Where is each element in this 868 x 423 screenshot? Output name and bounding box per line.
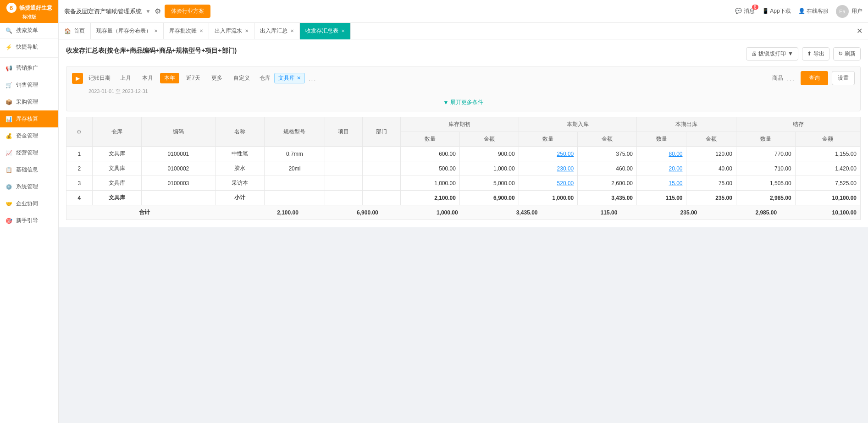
date-range-row: 2023-01-01 至 2023-12-31 bbox=[88, 87, 855, 95]
tab-stock-dist-close[interactable]: ✕ bbox=[154, 28, 158, 33]
cell-dept bbox=[363, 176, 401, 191]
basic-label: 基础信息 bbox=[16, 166, 38, 174]
cell-code: 0100002 bbox=[141, 161, 216, 176]
th-opening-qty: 数量 bbox=[401, 132, 460, 147]
cell-out-qty[interactable]: 15.00 bbox=[637, 176, 686, 191]
avatar: Ea bbox=[836, 5, 849, 18]
header-gear-icon[interactable]: ⚙ bbox=[155, 7, 161, 16]
sidebar-item-marketing[interactable]: 📢 营销推广 bbox=[0, 60, 58, 77]
cell-spec: 20ml bbox=[265, 161, 325, 176]
cell-in-qty-link[interactable]: 520.00 bbox=[557, 180, 574, 187]
th-opening-amt: 金额 bbox=[459, 132, 519, 147]
date-filter-label: 记账日期 bbox=[88, 74, 111, 82]
export-btn[interactable]: ⬆ 导出 bbox=[802, 47, 829, 60]
quick-nav-icon: ⚡ bbox=[6, 44, 12, 50]
warehouse-tag[interactable]: 文具库 ✕ bbox=[274, 73, 305, 83]
app-logo: 6 畅捷通好生意 标准版 bbox=[0, 0, 58, 23]
app-subtitle: 标准版 bbox=[22, 14, 36, 20]
messages-btn[interactable]: 💬 6 消息 bbox=[735, 7, 754, 15]
date-more-btn[interactable]: 更多 bbox=[207, 73, 227, 83]
sidebar: 6 畅捷通好生意 标准版 🔍 搜索菜单 ⚡ 快捷导航 📢 营销推广 🛒 销售管理… bbox=[0, 0, 59, 423]
sidebar-item-purchase[interactable]: 📦 采购管理 bbox=[0, 93, 58, 110]
tab-batch[interactable]: 库存批次账 ✕ bbox=[164, 23, 209, 39]
th-group-out: 本期出库 bbox=[637, 117, 736, 132]
cell-bal-amt: 1,155.00 bbox=[795, 147, 860, 161]
cell-out-qty[interactable]: 80.00 bbox=[637, 147, 686, 161]
th-product-name: 名称 bbox=[216, 117, 265, 147]
cell-project bbox=[325, 176, 363, 191]
th-settings[interactable]: ⚙ bbox=[66, 117, 93, 147]
cell-name: 采访本 bbox=[216, 176, 265, 191]
cell-in-qty[interactable]: 520.00 bbox=[519, 176, 578, 191]
tab-home[interactable]: 🏠 首页 bbox=[59, 23, 91, 39]
th-out-amt: 金额 bbox=[686, 132, 736, 147]
cell-out-amt: 235.00 bbox=[686, 191, 736, 205]
cell-open-amt: 900.00 bbox=[459, 147, 519, 161]
sidebar-item-finance[interactable]: 💰 资金管理 bbox=[0, 127, 58, 144]
product-more-btn[interactable]: ... bbox=[787, 75, 795, 82]
experience-btn[interactable]: 体验行业方案 bbox=[165, 5, 210, 18]
cell-in-qty[interactable]: 230.00 bbox=[519, 161, 578, 176]
collab-icon: 🤝 bbox=[6, 201, 12, 207]
cell-code: 0100003 bbox=[141, 176, 216, 191]
print-btn[interactable]: 🖨 拔锁版打印 ▼ bbox=[746, 47, 798, 60]
sidebar-item-basic[interactable]: 📋 基础信息 bbox=[0, 161, 58, 178]
cell-in-qty-link[interactable]: 250.00 bbox=[557, 151, 574, 157]
tab-summary-close[interactable]: ✕ bbox=[290, 28, 294, 33]
sidebar-item-quick-nav[interactable]: ⚡ 快捷导航 bbox=[0, 38, 58, 55]
tab-flow[interactable]: 出入库流水 ✕ bbox=[209, 23, 254, 39]
sidebar-item-sales[interactable]: 🛒 销售管理 bbox=[0, 77, 58, 93]
filter-collapse-btn[interactable]: ▶ bbox=[72, 73, 83, 84]
top-header: 装备及固定资产辅助管理系统 ▼ ⚙ 体验行业方案 💬 6 消息 📱 App下载 … bbox=[59, 0, 868, 23]
sidebar-item-search[interactable]: 🔍 搜索菜单 bbox=[0, 23, 58, 38]
app-download-btn[interactable]: 📱 App下载 bbox=[762, 7, 791, 15]
online-service-btn[interactable]: 👤 在线客服 bbox=[798, 7, 829, 15]
tab-batch-close[interactable]: ✕ bbox=[199, 28, 203, 33]
tab-recv-send[interactable]: 收发存汇总表 ✕ bbox=[300, 23, 351, 39]
date-7days-btn[interactable]: 近7天 bbox=[182, 73, 205, 83]
warehouse-tag-remove[interactable]: ✕ bbox=[297, 75, 301, 81]
warehouse-more-btn[interactable]: ... bbox=[309, 75, 317, 82]
cell-bal-amt: 7,525.00 bbox=[795, 176, 860, 191]
sidebar-item-guide[interactable]: 🎯 新手引导 bbox=[0, 212, 58, 229]
tab-recv-send-close[interactable]: ✕ bbox=[341, 28, 345, 33]
export-icon: ⬆ bbox=[807, 50, 812, 57]
date-custom-btn[interactable]: 自定义 bbox=[229, 73, 254, 83]
sidebar-item-operations[interactable]: 📈 经营管理 bbox=[0, 144, 58, 161]
tab-bar-close-btn[interactable]: ✕ bbox=[851, 27, 868, 35]
cell-in-qty[interactable]: 250.00 bbox=[519, 147, 578, 161]
tab-flow-close[interactable]: ✕ bbox=[245, 28, 249, 33]
expand-conditions-btn[interactable]: ▼ 展开更多条件 bbox=[443, 99, 484, 106]
cell-bal-qty: 2,985.00 bbox=[736, 191, 795, 205]
query-btn[interactable]: 查询 bbox=[801, 71, 828, 85]
sidebar-item-inventory[interactable]: 📊 库存核算 bbox=[0, 110, 58, 127]
th-product-spec: 规格型号 bbox=[265, 117, 325, 147]
th-group-opening: 库存期初 bbox=[401, 117, 519, 132]
tab-summary[interactable]: 出入库汇总 ✕ bbox=[254, 23, 300, 39]
setting-btn[interactable]: 设置 bbox=[832, 71, 855, 85]
cell-no: 2 bbox=[66, 161, 93, 176]
refresh-btn[interactable]: ↻ 刷新 bbox=[833, 47, 861, 60]
system-title: 装备及固定资产辅助管理系统 bbox=[64, 7, 142, 16]
collab-label: 企业协同 bbox=[16, 200, 38, 208]
system-icon: ⚙️ bbox=[6, 184, 12, 190]
user-label: 用户 bbox=[851, 7, 862, 15]
th-project: 项目 bbox=[325, 117, 363, 147]
inventory-label: 库存核算 bbox=[16, 115, 38, 123]
cell-out-qty-link[interactable]: 80.00 bbox=[669, 151, 682, 157]
cell-out-qty[interactable]: 20.00 bbox=[637, 161, 686, 176]
sidebar-item-system[interactable]: ⚙️ 系统管理 bbox=[0, 178, 58, 195]
tab-stock-dist[interactable]: 现存量（库存分布表） ✕ bbox=[91, 23, 164, 39]
user-area[interactable]: Ea 用户 bbox=[836, 5, 862, 18]
date-prev-month-btn[interactable]: 上月 bbox=[116, 73, 135, 83]
date-cur-year-btn[interactable]: 本年 bbox=[160, 73, 179, 83]
cell-out-qty-link[interactable]: 20.00 bbox=[669, 165, 682, 172]
cell-bal-amt: 1,420.00 bbox=[795, 161, 860, 176]
warehouse-tag-text: 文具库 bbox=[278, 74, 295, 82]
header-right: 💬 6 消息 📱 App下载 👤 在线客服 Ea 用户 bbox=[735, 5, 862, 18]
cell-in-qty-link[interactable]: 230.00 bbox=[557, 165, 574, 172]
cell-out-qty-link[interactable]: 15.00 bbox=[669, 180, 682, 187]
date-cur-month-btn[interactable]: 本月 bbox=[138, 73, 157, 83]
header-dropdown-icon[interactable]: ▼ bbox=[145, 8, 151, 15]
sidebar-item-collab[interactable]: 🤝 企业协同 bbox=[0, 195, 58, 212]
